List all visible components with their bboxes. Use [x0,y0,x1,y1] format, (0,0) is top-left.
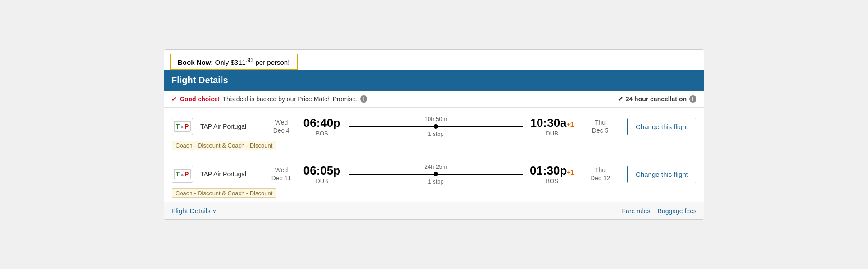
depart-block-2: 06:05p DUB [299,164,344,184]
route-stops: 1 stop [428,130,443,137]
depart-airport-2: DUB [299,178,344,184]
flight-details-link-label: Flight Details [172,207,211,215]
book-now-price: Only $311 [215,58,246,66]
route-line-left-2 [349,174,434,175]
tap-p-icon: P [185,123,189,130]
arrive-date-line1-2: Thu [582,166,618,174]
airline-logo-2: T ▲ P [172,166,193,183]
tap-t-icon-2: T [176,170,180,178]
airline-name-2: TAP Air Portugal [200,170,263,178]
route-duration-2: 24h 25m [425,163,448,170]
flight-card: Book Now: Only $311.93 per person! Fligh… [164,49,704,220]
good-choice-bar: ✔ Good choice! This deal is backed by ou… [164,91,704,108]
flight-depart-date-2: Wed Dec 11 [263,166,299,182]
cancellation-checkmark: ✔ [618,95,623,103]
flight-depart-date: Wed Dec 4 [263,118,299,134]
airline-name: TAP Air Portugal [200,123,263,130]
fare-tag-2: Coach - Discount & Coach - Discount [172,188,276,198]
route-duration: 10h 50m [425,116,448,122]
arrive-block-2: 01:30p+1 BOS [527,164,577,184]
arrive-time: 10:30a+1 [527,116,577,130]
tap-logo-box-2: T ▲ P [174,169,191,179]
route-dot-2 [434,172,438,176]
depart-date-line2: Dec 4 [263,126,299,134]
flight-main-2: T ▲ P TAP Air Portugal Wed Dec 11 06:05p… [172,163,696,185]
fare-tag-1: Coach - Discount & Coach - Discount [172,141,276,150]
fare-rules-link[interactable]: Fare rules [622,207,651,215]
route-line-right [438,126,523,127]
book-now-wrapper: Book Now: Only $311.93 per person! [164,50,704,70]
good-choice-description: This deal is backed by our Price Match P… [222,95,357,103]
arrive-plus: +1 [567,121,574,128]
arrive-date-line2: Dec 5 [582,126,618,134]
chevron-down-icon: ∨ [212,208,217,214]
book-now-label: Book Now: [178,58,213,66]
change-flight-button-2[interactable]: Change this flight [627,166,696,183]
depart-date-line1-2: Wed [263,166,299,174]
good-choice-checkmark: ✔ [172,95,177,103]
flight-row-2: T ▲ P TAP Air Portugal Wed Dec 11 06:05p… [164,155,704,202]
book-now-cents: .93 [246,57,253,63]
depart-date-line1: Wed [263,118,299,126]
footer-bar: Flight Details ∨ Fare rules Baggage fees [164,202,704,219]
arrive-date: Thu Dec 5 [582,118,618,134]
tap-t-icon: T [176,123,180,130]
depart-block: 06:40p BOS [299,116,344,137]
arrive-time-value-2: 01:30p [530,164,567,177]
arrive-time-2: 01:30p+1 [527,164,577,178]
baggage-fees-link[interactable]: Baggage fees [658,207,696,215]
tap-p-icon-2: P [185,170,189,178]
arrive-time-value: 10:30a [530,116,567,130]
route-line-right-2 [438,174,523,175]
arrive-airport: DUB [527,130,577,137]
good-choice-left: ✔ Good choice! This deal is backed by ou… [172,95,367,103]
tap-slash-icon: ▲ [180,124,185,129]
route-line-2 [349,172,523,176]
arrive-date-2: Thu Dec 12 [582,166,618,182]
route-line [349,124,523,129]
flight-main: T ▲ P TAP Air Portugal Wed Dec 4 06:40p … [172,116,696,137]
cancellation-text: 24 hour cancellation [626,95,687,103]
change-flight-button-1[interactable]: Change this flight [627,118,696,135]
tap-logo-box: T ▲ P [174,121,191,132]
flight-route-2: 24h 25m 1 stop [344,163,527,185]
flight-row: T ▲ P TAP Air Portugal Wed Dec 4 06:40p … [164,108,704,155]
arrive-airport-2: BOS [527,178,577,184]
route-line-left [349,126,434,127]
arrive-plus-2: +1 [567,169,574,176]
flight-route: 10h 50m 1 stop [344,116,527,137]
depart-airport: BOS [299,130,344,137]
flight-details-link[interactable]: Flight Details ∨ [172,207,217,215]
route-dot [434,124,438,129]
book-now-banner: Book Now: Only $311.93 per person! [170,54,298,70]
cancellation-right: ✔ 24 hour cancellation i [618,95,696,103]
cancellation-info-icon[interactable]: i [689,95,696,103]
depart-time: 06:40p [299,116,344,130]
airline-logo: T ▲ P [172,118,193,135]
flight-details-title: Flight Details [172,75,228,85]
depart-time-2: 06:05p [299,164,344,178]
good-choice-info-icon[interactable]: i [360,95,367,103]
footer-links: Fare rules Baggage fees [622,207,696,215]
arrive-date-line2-2: Dec 12 [582,174,618,182]
tap-slash-icon-2: ▲ [180,171,185,177]
book-now-suffix: per person! [255,58,289,66]
route-stops-2: 1 stop [428,178,443,185]
good-choice-label: Good choice! [180,95,220,103]
arrive-block: 10:30a+1 DUB [527,116,577,137]
depart-date-line2-2: Dec 11 [263,174,299,182]
flight-details-header: Flight Details [164,70,704,91]
arrive-date-line1: Thu [582,118,618,126]
